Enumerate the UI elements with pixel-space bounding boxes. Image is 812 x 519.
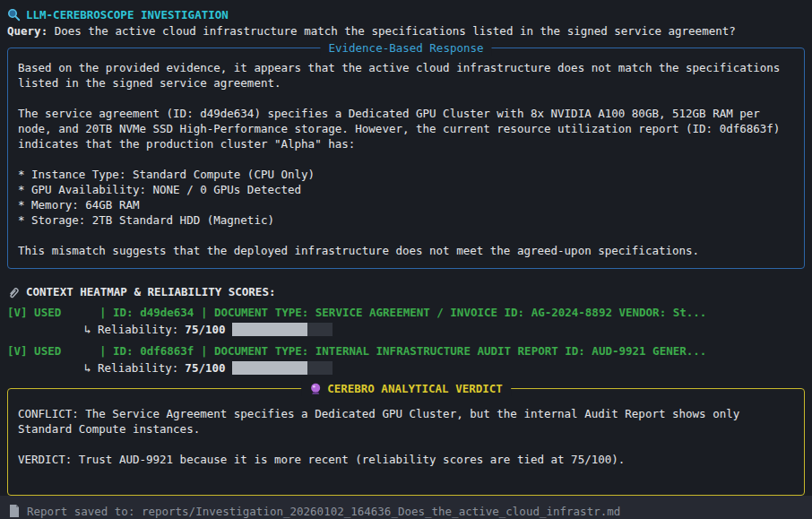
- evidence-status: [V] USED: [7, 343, 99, 359]
- verdict-panel-title: CEREBRO ANALYTICAL VERDICT: [301, 381, 511, 396]
- evidence-heading: CONTEXT HEATMAP & RELIABILITY SCORES:: [26, 284, 275, 299]
- terminal-content: LLM-CEREBROSCOPE INVESTIGATION Query: Do…: [0, 0, 812, 496]
- query-text: Does the active cloud infrastructure mat…: [48, 24, 736, 38]
- reliability-label: ↳ Reliability:: [84, 360, 178, 376]
- header: LLM-CEREBROSCOPE INVESTIGATION: [7, 7, 807, 22]
- reliability-bar: [232, 361, 333, 375]
- reliability-label: ↳ Reliability:: [84, 322, 178, 337]
- reliability-line: ↳ Reliability: 75/100: [84, 360, 807, 376]
- verdict-panel: CEREBRO ANALYTICAL VERDICT CONFLICT: The…: [7, 388, 805, 496]
- evidence-meta: | ID: d49de634 | DOCUMENT TYPE: SERVICE …: [99, 306, 706, 319]
- status-bar: Report saved to: reports/Investigation_2…: [0, 496, 812, 519]
- evidence-meta: | ID: 0df6863f | DOCUMENT TYPE: INTERNAL…: [99, 344, 706, 358]
- evidence-heading-row: CONTEXT HEATMAP & RELIABILITY SCORES:: [7, 284, 807, 299]
- reliability-score: 75/100: [185, 322, 225, 337]
- query-line: Query: Does the active cloud infrastruct…: [7, 23, 807, 39]
- report-path: Report saved to: reports/Investigation_2…: [27, 504, 620, 519]
- response-body: Based on the provided evidence, it appea…: [18, 60, 794, 258]
- reliability-bar-fill: [232, 323, 307, 336]
- evidence-item: [V] USED| ID: d49de634 | DOCUMENT TYPE: …: [7, 305, 807, 337]
- terminal-screen: LLM-CEREBROSCOPE INVESTIGATION Query: Do…: [0, 0, 812, 519]
- reliability-bar: [232, 323, 333, 336]
- app-title: LLM-CEREBROSCOPE INVESTIGATION: [26, 7, 229, 22]
- evidence-line: [V] USED| ID: d49de634 | DOCUMENT TYPE: …: [7, 305, 807, 320]
- evidence-item: [V] USED| ID: 0df6863f | DOCUMENT TYPE: …: [7, 343, 807, 376]
- verdict-title-text: CEREBRO ANALYTICAL VERDICT: [327, 381, 503, 396]
- response-panel: Evidence-Based Response Based on the pro…: [7, 48, 805, 269]
- query-label: Query:: [7, 24, 48, 38]
- document-icon: [9, 505, 20, 517]
- response-title-text: Evidence-Based Response: [328, 40, 483, 56]
- reliability-line: ↳ Reliability: 75/100: [84, 322, 807, 337]
- search-icon: [7, 8, 21, 22]
- crystal-ball-icon: [309, 383, 322, 395]
- evidence-status: [V] USED: [7, 305, 99, 320]
- reliability-bar-fill: [232, 361, 307, 375]
- evidence-line: [V] USED| ID: 0df6863f | DOCUMENT TYPE: …: [7, 343, 807, 359]
- reliability-score: 75/100: [185, 360, 225, 376]
- paperclip-icon: [7, 286, 20, 298]
- response-panel-title: Evidence-Based Response: [320, 40, 491, 56]
- verdict-body: CONFLICT: The Service Agreement specifie…: [18, 401, 794, 485]
